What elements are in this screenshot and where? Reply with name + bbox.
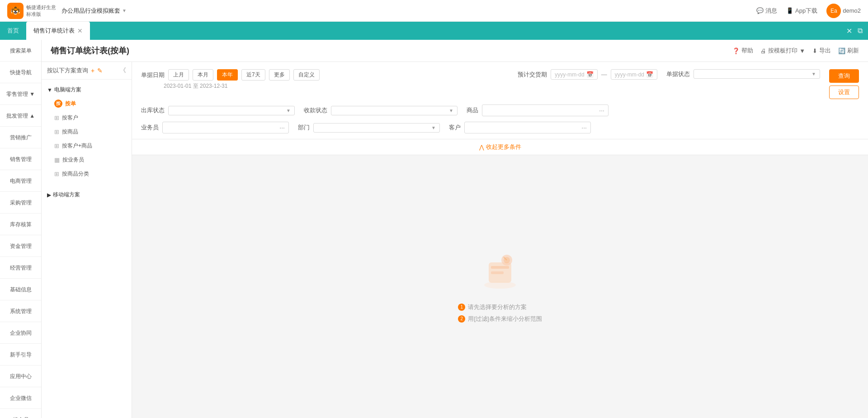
sidebar-item-search[interactable]: 搜索菜单: [0, 40, 41, 62]
sidebar-item-wechat[interactable]: 企业微信: [0, 387, 41, 409]
scheme-item-by-customer[interactable]: ⊞ 按客户: [42, 111, 132, 125]
collapse-panel-button[interactable]: 《: [120, 66, 126, 75]
app-download-button[interactable]: 📱 App下载: [786, 7, 817, 15]
filter-date-block: 单据日期 上月 本月 本年 近7天 更多 自定义 2023-01-01 至 20…: [141, 69, 509, 90]
sidebar-label-sales: 销售管理: [4, 156, 38, 163]
sidebar-item-system[interactable]: 系统管理: [0, 300, 41, 322]
salesperson-label: 业务员: [141, 124, 159, 132]
tab-close-icon[interactable]: ✕: [77, 27, 83, 34]
scheme-item-by-salesperson[interactable]: ▦ 按业务员: [42, 153, 132, 167]
tab-sales-order[interactable]: 销售订单统计表 ✕: [26, 22, 90, 40]
help-action[interactable]: ❓ 帮助: [732, 47, 753, 55]
sidebar-item-appstore[interactable]: 应用中心: [0, 366, 41, 387]
customer-label: 客户: [449, 124, 461, 132]
calendar-end-icon: 📅: [646, 71, 653, 78]
scheme-icon-category: ⊞: [54, 171, 59, 177]
date-btn-last-month[interactable]: 上月: [168, 69, 189, 81]
scheme-category-label: 电脑端方案: [54, 86, 81, 94]
filter-row-1: 单据日期 上月 本月 本年 近7天 更多 自定义 2023-01-01 至 20…: [141, 69, 859, 99]
help-icon: ❓: [732, 48, 740, 54]
receipt-status-arrow: ▼: [449, 108, 453, 113]
query-button[interactable]: 查询: [829, 69, 859, 83]
doc-status-arrow: ▼: [811, 71, 816, 76]
sidebar-label-system: 系统管理: [4, 308, 38, 315]
salesperson-input[interactable]: ···: [162, 122, 289, 133]
sidebar-item-marketing[interactable]: 营销推广: [0, 127, 41, 148]
export-action[interactable]: ⬇ 导出: [812, 47, 831, 55]
user-menu[interactable]: Ea demo2: [826, 4, 861, 18]
date-label: 单据日期: [141, 71, 165, 79]
scheme-item-by-category[interactable]: ⊞ 按商品分类: [42, 167, 132, 181]
scheme-category-desktop[interactable]: ▼ 电脑端方案: [42, 83, 132, 96]
ship-status-select[interactable]: ▼: [168, 106, 295, 115]
product-dots[interactable]: ···: [599, 107, 604, 114]
customer-input[interactable]: ···: [464, 122, 591, 133]
scheme-item-by-cust-prod[interactable]: ⊞ 按客户+商品: [42, 139, 132, 153]
sidebar-item-ecommerce[interactable]: 电商管理: [0, 170, 41, 192]
scheme-section-desktop: ▼ 电脑端方案 按 按单 ⊞ 按客户 ⊞ 按商品: [42, 80, 132, 185]
sidebar-item-sales[interactable]: 销售管理: [0, 148, 41, 170]
add-scheme-button[interactable]: +: [91, 67, 94, 74]
salesperson-block: 业务员 ···: [141, 122, 289, 133]
sidebar-item-finance[interactable]: 资金管理: [0, 235, 41, 257]
sales-order-tab-label: 销售订单统计表: [33, 27, 75, 35]
empty-tips: 1 请先选择要分析的方案 2 用[过滤]条件来缩小分析范围: [458, 301, 542, 325]
doc-status-label: 单据状态: [666, 70, 690, 78]
sidebar-item-purchase[interactable]: 采购管理: [0, 192, 41, 214]
sidebar-item-enterprise[interactable]: 企业协同: [0, 322, 41, 344]
salesperson-dots[interactable]: ···: [279, 124, 285, 131]
sidebar-item-inventory[interactable]: 库存核算: [0, 214, 41, 235]
date-btn-custom[interactable]: 自定义: [293, 69, 320, 81]
sidebar-item-wholesale[interactable]: 批发管理 ▲: [0, 105, 41, 127]
panel-header: 按以下方案查询 + ✎ 《: [42, 62, 132, 80]
scheme-label: 按客户: [62, 114, 78, 122]
sidebar-item-newbie[interactable]: 新手引导: [0, 344, 41, 366]
refresh-icon: 🔄: [838, 48, 845, 54]
date-btn-this-year[interactable]: 本年: [217, 69, 238, 81]
scheme-item-by-order[interactable]: 按 按单: [42, 96, 132, 111]
data-area: 1 请先选择要分析的方案 2 用[过滤]条件来缩小分析范围: [132, 155, 868, 418]
expected-date-start[interactable]: yyyy-mm-dd 📅: [551, 69, 597, 80]
window-restore-icon[interactable]: ⧉: [858, 27, 863, 35]
doc-status-select[interactable]: ▼: [693, 69, 820, 79]
settings-button[interactable]: 设置: [829, 86, 859, 99]
edit-scheme-button[interactable]: ✎: [97, 67, 103, 74]
sidebar-item-shortcuts[interactable]: 快捷导航: [0, 62, 41, 83]
tab-bar-actions: ✕ ⧉: [846, 27, 868, 35]
customer-block: 客户 ···: [449, 122, 591, 133]
sidebar-item-operations[interactable]: 经营管理: [0, 257, 41, 279]
product-input[interactable]: ···: [482, 104, 609, 116]
scheme-label: 按商品: [62, 128, 78, 136]
product-label: 商品: [467, 106, 478, 114]
expected-date-end[interactable]: yyyy-mm-dd 📅: [611, 69, 657, 80]
date-range-display: 2023-01-01 至 2023-12-31: [164, 82, 509, 90]
refresh-action[interactable]: 🔄 刷新: [838, 47, 859, 55]
scheme-active-icon: 按: [54, 100, 62, 108]
date-btn-this-month[interactable]: 本月: [193, 69, 213, 81]
sidebar-item-membership[interactable]: 畅会员: [0, 409, 41, 418]
collapse-more-bar[interactable]: ⋀ 收起更多条件: [132, 139, 868, 155]
main-layout: 搜索菜单 快捷导航 零售管理 ▼ 批发管理 ▲ 营销推广 销售管理 电商管理 采…: [0, 40, 868, 418]
window-close-icon[interactable]: ✕: [846, 27, 852, 35]
customer-dots[interactable]: ···: [581, 124, 587, 131]
sidebar-label-wechat: 企业微信: [4, 394, 38, 402]
collapse-label: 收起更多条件: [486, 143, 521, 151]
scheme-icon-customer: ⊞: [54, 114, 59, 121]
template-print-action[interactable]: 🖨 按模板打印 ▼: [760, 47, 805, 55]
sidebar-item-retail[interactable]: 零售管理 ▼: [0, 83, 41, 105]
receipt-status-select[interactable]: ▼: [331, 106, 458, 115]
tab-home[interactable]: 首页: [0, 22, 26, 40]
store-selector[interactable]: 办公用品行业模拟账套 ▼: [61, 7, 127, 15]
sidebar-item-basics[interactable]: 基础信息: [0, 279, 41, 300]
scheme-icon-cust-prod: ⊞: [54, 142, 59, 149]
scheme-item-by-product[interactable]: ⊞ 按商品: [42, 125, 132, 139]
date-btn-last7[interactable]: 近7天: [241, 69, 265, 81]
sidebar-label-appstore: 应用中心: [4, 373, 38, 380]
scheme-category-mobile[interactable]: ▶ 移动端方案: [42, 188, 132, 201]
date-btn-more[interactable]: 更多: [269, 69, 290, 81]
expected-date-block: 预计交货期 yyyy-mm-dd 📅 — yyyy-mm-dd 📅: [518, 69, 657, 80]
department-select[interactable]: ▼: [313, 123, 440, 133]
top-bar-right: 💬 消息 📱 App下载 Ea demo2: [756, 4, 861, 18]
download-icon: 📱: [786, 7, 793, 14]
message-button[interactable]: 💬 消息: [756, 7, 777, 15]
